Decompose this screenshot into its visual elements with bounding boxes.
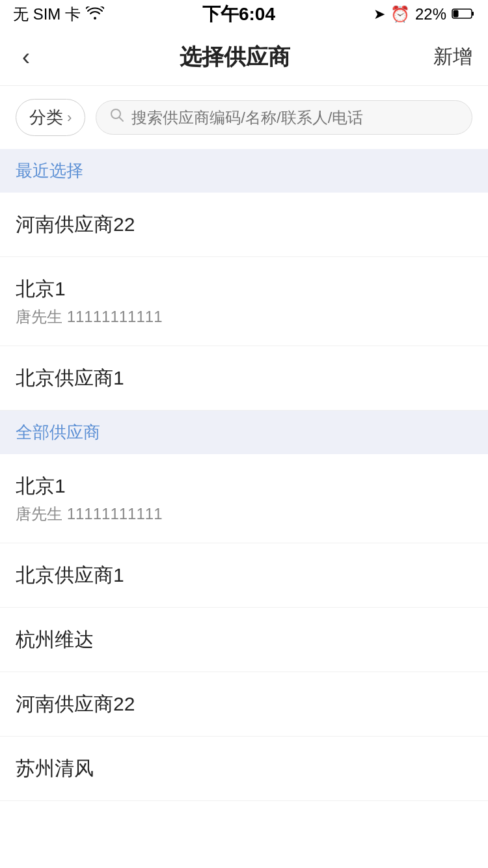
status-right: ➤ ⏰ 22% (373, 5, 475, 23)
all-items-list: 北京1唐先生 11111111111北京供应商1杭州维达河南供应商22苏州清风 (0, 454, 488, 801)
category-label: 分类 (29, 106, 63, 129)
item-name: 北京供应商1 (16, 364, 472, 392)
item-sub: 唐先生 11111111111 (16, 306, 472, 327)
item-sub: 唐先生 11111111111 (16, 504, 472, 524)
item-name: 河南供应商22 (16, 690, 472, 718)
all-section-label: 全部供应商 (16, 422, 100, 442)
list-item[interactable]: 河南供应商22 (0, 193, 488, 257)
filter-row: 分类 › (0, 86, 488, 149)
add-button[interactable]: 新增 (433, 44, 472, 70)
item-name: 河南供应商22 (16, 211, 472, 238)
item-name: 北京1 (16, 472, 472, 500)
search-box[interactable] (96, 100, 472, 135)
recent-items-list: 河南供应商22北京1唐先生 11111111111北京供应商1 (0, 193, 488, 411)
list-item[interactable]: 北京1唐先生 11111111111 (0, 454, 488, 543)
back-button[interactable]: ‹ (16, 37, 36, 77)
item-name: 苏州清风 (16, 755, 472, 782)
item-name: 杭州维达 (16, 626, 472, 653)
alarm-icon: ⏰ (390, 5, 410, 23)
list-item[interactable]: 北京供应商1 (0, 346, 488, 411)
no-sim-text: 无 SIM 卡 (13, 4, 81, 25)
list-item[interactable]: 北京供应商1 (0, 543, 488, 608)
status-bar: 无 SIM 卡 下午6:04 ➤ ⏰ 22% (0, 0, 488, 29)
list-item[interactable]: 苏州清风 (0, 737, 488, 801)
list-item[interactable]: 杭州维达 (0, 608, 488, 672)
page-title: 选择供应商 (180, 42, 290, 72)
battery-icon (452, 5, 475, 23)
category-button[interactable]: 分类 › (16, 99, 85, 136)
chevron-right-icon: › (67, 109, 72, 126)
status-time: 下午6:04 (202, 2, 275, 27)
search-icon (109, 107, 125, 128)
battery-text: 22% (415, 5, 446, 23)
svg-rect-1 (472, 12, 474, 16)
status-left: 无 SIM 卡 (13, 4, 104, 25)
item-name: 北京1 (16, 275, 472, 303)
location-icon: ➤ (373, 6, 385, 23)
recent-section-header: 最近选择 (0, 149, 488, 193)
wifi-icon (86, 5, 104, 23)
item-name: 北京供应商1 (16, 562, 472, 589)
nav-bar: ‹ 选择供应商 新增 (0, 29, 488, 86)
all-section-header: 全部供应商 (0, 411, 488, 454)
recent-section-label: 最近选择 (16, 161, 83, 180)
list-item[interactable]: 北京1唐先生 11111111111 (0, 257, 488, 346)
svg-rect-2 (453, 10, 458, 18)
list-item[interactable]: 河南供应商22 (0, 672, 488, 737)
search-input[interactable] (131, 109, 459, 127)
svg-line-4 (120, 118, 124, 122)
